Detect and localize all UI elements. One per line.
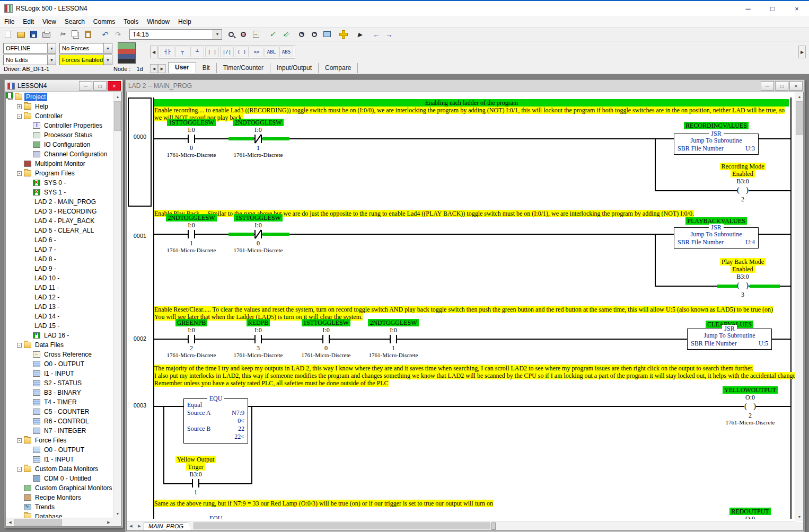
symbol-name[interactable]: 1STTOGGLESW <box>167 119 216 126</box>
tree-item[interactable]: -Controller <box>6 111 113 121</box>
symbol-name[interactable]: 2NDTOGGLESW <box>368 319 418 326</box>
tree-item[interactable]: C5 - COUNTER <box>6 407 113 416</box>
edits-combobox[interactable]: No Edits ▼ <box>3 55 56 65</box>
run-program-icon[interactable] <box>354 29 366 40</box>
rung-0004[interactable]: Same as the above rung, but if N7:9 = 33… <box>127 499 795 519</box>
close-icon[interactable]: × <box>785 1 809 16</box>
tree-item[interactable]: LAD 10 - <box>6 273 113 283</box>
open-file-icon[interactable] <box>14 29 27 40</box>
tree-item[interactable]: LAD 6 - <box>6 235 113 245</box>
xic-contact[interactable]: 1STTOGGLESW I:0 0 1761-Micro-Discrete <box>160 119 223 158</box>
scroll-down-icon[interactable]: ▼ <box>795 512 804 521</box>
tree-item[interactable]: LAD 4 - PLAY_BACK <box>6 216 113 226</box>
tree-horizontal-scrollbar[interactable]: ◀ ▶ <box>6 518 113 526</box>
xic-contact[interactable]: 2NDTOGGLESW I:0 1 1761-Micro-Discrete <box>160 214 223 254</box>
tree-item[interactable]: Cross Reference <box>6 350 113 359</box>
address-combobox[interactable]: T4:15 ▼ <box>129 29 222 40</box>
tree-item[interactable]: B3 - BINARY <box>6 388 113 397</box>
tree-item[interactable]: Trends <box>6 502 113 512</box>
rung-comment[interactable]: I also put my interlocks in LAD2, this w… <box>154 373 795 380</box>
ote-coil[interactable]: Recording Mode Enabled B3:0 () 2 <box>711 163 775 203</box>
dropdown-arrow-icon[interactable]: ▼ <box>213 30 222 39</box>
tree-item[interactable]: LAD 13 - <box>6 302 113 312</box>
rung-number[interactable]: 0003 <box>129 402 151 409</box>
tree-item[interactable]: CDM 0 - Untitled <box>6 474 113 483</box>
minimize-icon[interactable]: ─ <box>761 81 774 91</box>
pane-splitter[interactable] <box>491 522 496 530</box>
dropdown-arrow-icon[interactable]: ▼ <box>47 55 56 65</box>
rung-comment[interactable]: Remember unless you have a safety rated … <box>154 380 389 387</box>
menu-edit[interactable]: Edit <box>19 17 38 26</box>
tree-item[interactable]: -Project <box>6 92 113 102</box>
rung-0002[interactable]: 0002 Enable Reset/Clear..... To clear th… <box>127 306 795 364</box>
symbol-name[interactable]: REDPB <box>247 319 270 326</box>
symbol-name[interactable]: 2NDTOGGLESW <box>233 119 283 126</box>
xio-contact-icon[interactable]: |/| <box>220 47 234 57</box>
copy-icon[interactable] <box>69 29 82 40</box>
palette-scroll-right-icon[interactable]: ▶ <box>798 46 806 58</box>
jsr-instruction[interactable]: JSR Jump To Subroutine SBR File NumberU:… <box>674 227 759 249</box>
expand-icon[interactable]: + <box>17 104 22 109</box>
tree-item[interactable]: LAD 12 - <box>6 292 113 302</box>
rung-0000[interactable]: 0000 Enabling each ladder of the program… <box>127 97 795 208</box>
tree-item[interactable]: +Help <box>6 102 113 111</box>
verify-file-icon[interactable] <box>266 29 279 40</box>
tree-item[interactable]: LAD 2 - MAIN_PROG <box>6 197 113 207</box>
scroll-left-icon[interactable]: ◀ <box>6 518 14 527</box>
tree-item[interactable]: -Force Files <box>6 436 113 445</box>
new-rung-icon[interactable]: ┤├ <box>161 47 174 57</box>
forces-combobox[interactable]: No Forces ▼ <box>59 43 112 54</box>
verify-project-icon[interactable] <box>279 29 292 40</box>
xio-contact[interactable]: 2NDTOGGLESW I:0 1 1761-Micro-Discrete <box>226 119 290 158</box>
tree-item[interactable]: I1 - INPUT <box>6 455 113 464</box>
zoom-out-icon[interactable] <box>308 29 321 40</box>
menu-comms[interactable]: Comms <box>89 17 119 26</box>
symbol-name[interactable]: 2NDTOGGLESW <box>166 214 216 221</box>
custom-monitor-icon[interactable] <box>321 29 333 40</box>
dropdown-arrow-icon[interactable]: ▼ <box>103 55 112 65</box>
tree-item[interactable]: S2 - STATUS <box>6 378 113 388</box>
tree-item[interactable]: -Program Files <box>6 169 113 178</box>
tree-item[interactable]: I1 - INPUT <box>6 369 113 378</box>
close-icon[interactable]: × <box>108 81 121 91</box>
xic-contact[interactable]: Yellow Output Triger B3:0 1 <box>164 456 227 496</box>
menu-view[interactable]: View <box>38 17 60 26</box>
instruction-label[interactable]: RECORDINGVALUES <box>669 122 764 129</box>
tab-timer-counter[interactable]: Timer/Counter <box>217 63 270 73</box>
collapse-icon[interactable]: - <box>17 467 22 472</box>
ote-coil[interactable]: YELLOWOUTPUT O:0 () 2 1761-Micro-Discret… <box>718 386 782 426</box>
forces-enabled-combobox[interactable]: Forces Enabled ▼ <box>59 55 112 65</box>
new-file-icon[interactable] <box>2 29 14 40</box>
xic-contact[interactable]: 1STTOGGLESW I:0 0 1761-Micro-Discrete <box>294 319 358 359</box>
zoom-in-icon[interactable] <box>295 29 308 40</box>
rung-comment[interactable]: The majority of the time I try and keep … <box>154 365 753 373</box>
tree-item[interactable]: Channel Configuration <box>6 149 113 159</box>
tree-item[interactable]: SYS 1 - <box>6 188 113 197</box>
instruction-label[interactable]: REDOUTPUT <box>718 508 782 515</box>
tree-item[interactable]: -Custom Data Monitors <box>6 464 113 474</box>
ote-coil[interactable]: O:0 <box>718 515 782 519</box>
save-file-icon[interactable] <box>27 29 40 40</box>
jsr-instruction[interactable]: JSR Jump To Subroutine SBR File NumberU:… <box>674 134 759 155</box>
tab-compare[interactable]: Compare <box>319 63 358 73</box>
tree-item[interactable]: O0 - OUTPUT <box>6 445 113 455</box>
symbol-name[interactable]: 1STTOGGLESW <box>234 214 283 221</box>
tree-item[interactable]: LAD 8 - <box>6 254 113 264</box>
tree-item[interactable]: LAD 3 - RECORDING <box>6 207 113 216</box>
ladder-editor[interactable]: 0000 Enabling each ladder of the program… <box>127 92 795 521</box>
undo-icon[interactable] <box>98 29 111 40</box>
rung-title-comment[interactable]: Enabling each ladder of the program <box>154 99 789 107</box>
menu-file[interactable]: File <box>0 17 19 26</box>
collapse-icon[interactable]: - <box>17 114 22 119</box>
ladder-vertical-scrollbar[interactable]: ▲ ▼ <box>795 92 803 521</box>
tree-item[interactable]: LAD 9 - <box>6 264 113 273</box>
rung-number[interactable]: 0000 <box>129 134 151 140</box>
tree-item[interactable]: LAD 5 - CLEAR_ALL <box>6 226 113 235</box>
branch-end-icon[interactable]: ┴ <box>190 47 204 57</box>
tree-item[interactable]: LAD 11 - <box>6 283 113 292</box>
equ-instruction[interactable]: EQU Equal Source AN7:9 0< Source B22 22< <box>183 398 248 444</box>
tree-vertical-scrollbar[interactable]: ▲ ▼ <box>113 92 121 518</box>
tab-scroll-right-icon[interactable]: ▶ <box>135 522 144 530</box>
dropdown-arrow-icon[interactable]: ▼ <box>103 43 112 53</box>
branch-start-icon[interactable]: ┬ <box>175 47 189 57</box>
